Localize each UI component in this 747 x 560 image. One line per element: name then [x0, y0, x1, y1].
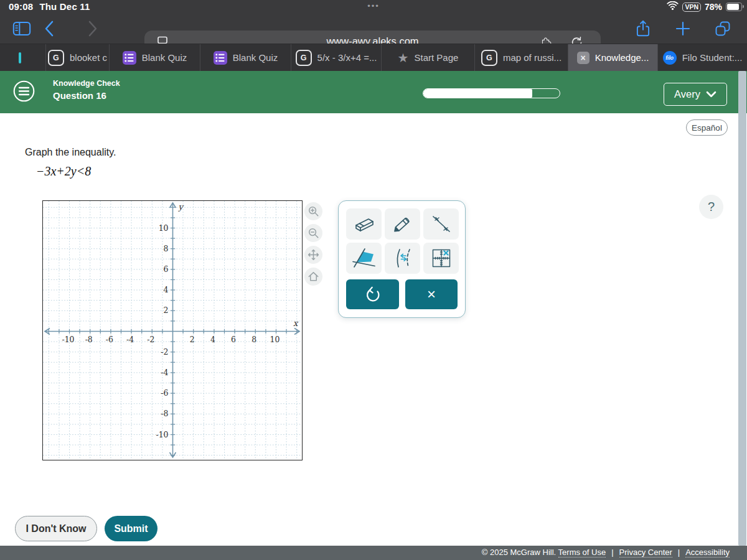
svg-text:10: 10 — [159, 223, 169, 233]
pencil-tool-button[interactable] — [385, 208, 420, 240]
copyright-text: © 2025 McGraw Hill. — [482, 548, 556, 557]
close-favicon: × — [577, 52, 590, 64]
hamburger-menu-button[interactable] — [12, 80, 35, 105]
svg-text:4: 4 — [210, 335, 215, 344]
student-name: Avery — [674, 88, 700, 100]
svg-text:2: 2 — [190, 335, 195, 344]
tab-pinned-sliver[interactable] — [0, 44, 45, 71]
undo-arrow-icon — [364, 286, 382, 302]
svg-text:-4: -4 — [161, 368, 168, 377]
accessibility-link[interactable]: Accessibility — [685, 548, 730, 558]
palette-actions: × — [346, 279, 458, 309]
footer-divider: | — [678, 548, 680, 557]
half-plane-fill-tool-button[interactable] — [346, 243, 382, 274]
eraser-tool-button[interactable] — [346, 208, 382, 240]
inequality-expression: −3x+2y<8 — [36, 164, 91, 179]
question-prompt: Graph the inequality. — [25, 147, 116, 158]
dont-know-button[interactable]: I Don't Know — [15, 516, 97, 541]
line-tool-button[interactable] — [423, 208, 459, 240]
svg-text:-10: -10 — [62, 335, 74, 344]
tab-blank-quiz-2[interactable]: Blank Quiz — [200, 44, 291, 71]
svg-text:10: 10 — [270, 335, 280, 344]
help-button[interactable]: ? — [699, 195, 723, 219]
wifi-icon — [667, 1, 679, 12]
student-menu-button[interactable]: Avery — [664, 83, 727, 106]
pinned-tab-indicator — [19, 52, 21, 63]
graph-canvas[interactable]: -10-10-8-8-6-6-4-4-2-2224466881010yx — [42, 200, 303, 460]
google-favicon: G — [48, 50, 64, 66]
svg-text:x: x — [293, 319, 299, 328]
svg-text:6: 6 — [231, 335, 236, 344]
submit-button[interactable]: Submit — [105, 516, 157, 541]
svg-text:-2: -2 — [147, 335, 154, 344]
safari-toolbar: www-awy.aleks.com — [0, 14, 747, 44]
svg-text:-8: -8 — [161, 409, 168, 418]
aleks-header: Knowledge Check Question 16 Avery — [0, 71, 747, 113]
home-view-button[interactable] — [304, 268, 322, 286]
tab-label: 5/x - 3/x+4 =... — [317, 52, 377, 63]
battery-icon — [726, 2, 742, 11]
tab-label: map of russi... — [503, 52, 561, 63]
language-toggle-button[interactable]: Español — [686, 119, 728, 136]
chevron-down-icon — [706, 91, 716, 98]
battery-percent: 78% — [705, 2, 722, 12]
tab-blooket[interactable]: G blooket c — [45, 44, 109, 71]
tool-grid — [346, 208, 458, 274]
tab-start-page[interactable]: ★ Start Page — [381, 44, 474, 71]
clear-graph-tool-button[interactable] — [423, 243, 459, 274]
svg-text:2: 2 — [164, 306, 169, 315]
pan-move-button[interactable] — [304, 246, 322, 264]
zoom-in-button[interactable] — [304, 202, 322, 220]
tab-label: Blank Quiz — [233, 52, 278, 63]
forward-button[interactable] — [82, 19, 103, 39]
quiz-list-favicon — [123, 51, 136, 65]
footer: © 2025 McGraw Hill. Terms of Use|Privacy… — [0, 546, 747, 560]
svg-text:-6: -6 — [161, 388, 168, 398]
scrollbar[interactable] — [738, 71, 746, 546]
google-favicon: G — [296, 50, 312, 66]
tab-label: blooket c — [70, 52, 107, 63]
zoom-out-button[interactable] — [304, 224, 322, 242]
filo-favicon: filo — [663, 51, 677, 65]
tab-map[interactable]: G map of russi... — [474, 44, 568, 71]
footer-divider: | — [611, 548, 613, 557]
svg-text:8: 8 — [164, 244, 169, 253]
svg-text:-2: -2 — [161, 347, 168, 357]
tab-math-expression[interactable]: G 5/x - 3/x+4 =... — [291, 44, 381, 71]
tab-filo-student[interactable]: filo Filo Student:... — [657, 44, 747, 71]
star-icon: ★ — [398, 52, 409, 64]
delete-selection-button[interactable]: × — [405, 279, 458, 309]
share-icon[interactable] — [632, 19, 654, 39]
tab-label: Blank Quiz — [142, 52, 187, 63]
browser-chrome: 09:08Thu Dec 11 ••• VPN 78% — [0, 0, 747, 71]
terms-of-use-link[interactable]: Terms of Use — [558, 548, 606, 558]
tabs-overview-icon[interactable] — [712, 19, 733, 39]
google-favicon: G — [481, 50, 497, 66]
status-bar: 09:08Thu Dec 11 ••• VPN 78% — [0, 0, 747, 14]
back-button[interactable] — [39, 19, 60, 39]
graph-zoom-controls — [304, 202, 322, 286]
svg-text:8: 8 — [251, 335, 256, 344]
question-number: Question 16 — [53, 90, 120, 101]
status-right: VPN 78% — [667, 1, 742, 12]
sidebar-toggle-button[interactable] — [11, 19, 32, 39]
solid-dash-toggle-tool-button[interactable] — [385, 243, 420, 274]
undo-button[interactable] — [346, 279, 399, 309]
tab-label: Start Page — [415, 52, 459, 63]
privacy-center-link[interactable]: Privacy Center — [619, 548, 672, 558]
screen: 09:08Thu Dec 11 ••• VPN 78% — [0, 0, 747, 560]
svg-text:-6: -6 — [106, 335, 113, 344]
tab-label: Knowledge... — [595, 52, 649, 63]
vpn-badge: VPN — [682, 2, 701, 12]
new-tab-plus-icon[interactable] — [672, 19, 693, 39]
tab-knowledge-active[interactable]: × Knowledge... — [568, 44, 657, 71]
svg-text:6: 6 — [164, 264, 169, 274]
coordinate-plane[interactable]: -10-10-8-8-6-6-4-4-2-2224466881010yx — [43, 201, 301, 459]
tab-overview-dots: ••• — [0, 1, 747, 11]
svg-text:-4: -4 — [126, 335, 134, 344]
tab-blank-quiz-1[interactable]: Blank Quiz — [109, 44, 200, 71]
tab-bar: G blooket c Blank Quiz Blank Quiz G 5/x … — [0, 44, 747, 71]
section-label: Knowledge Check — [53, 79, 120, 88]
tab-label: Filo Student:... — [682, 52, 743, 63]
svg-text:-8: -8 — [85, 335, 93, 344]
